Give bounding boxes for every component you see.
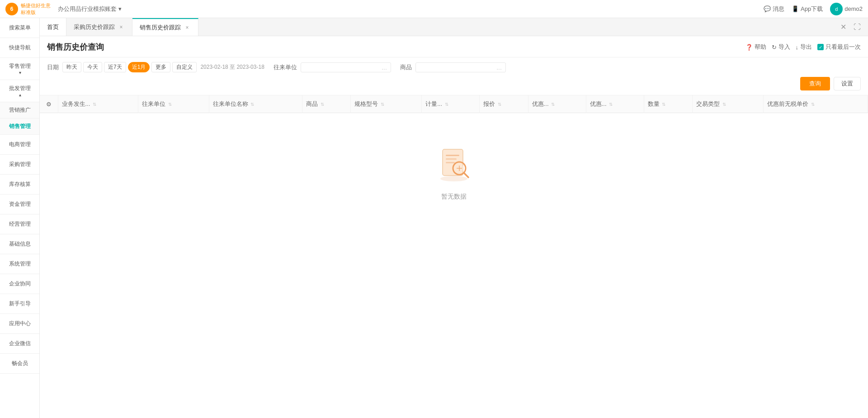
goods-dots-button[interactable]: ... <box>496 64 502 71</box>
date-btn-1month[interactable]: 近1月 <box>128 62 150 72</box>
sidebar-item-ecommerce[interactable]: 电商管理 <box>0 135 39 155</box>
svg-point-0 <box>440 176 467 181</box>
tab-close-sales[interactable]: × <box>184 24 191 31</box>
sidebar-item-wholesale[interactable]: 批发管理 ▴ <box>0 80 39 102</box>
sort-icon: ⇅ <box>321 102 324 107</box>
goods-input[interactable] <box>420 64 496 71</box>
partner-input[interactable] <box>305 64 382 71</box>
empty-icon <box>431 140 476 185</box>
col-goods[interactable]: 商品 ⇅ <box>302 95 350 113</box>
company-dropdown[interactable]: 办公用品行业模拟账套 ▾ <box>54 3 125 15</box>
sidebar-item-sales[interactable]: 销售管理 <box>0 119 39 135</box>
sidebar-item-purchase[interactable]: 采购管理 <box>0 155 39 175</box>
date-btn-custom[interactable]: 自定义 <box>172 62 197 72</box>
sort-icon: ⇅ <box>811 102 815 107</box>
tab-home[interactable]: 首页 <box>40 18 66 36</box>
sort-icon: ⇅ <box>722 102 726 107</box>
col-biz-date[interactable]: 业务发生... ⇅ <box>58 95 138 113</box>
svg-line-7 <box>464 173 468 177</box>
date-btn-yesterday[interactable]: 昨天 <box>62 62 81 72</box>
empty-text: 暂无数据 <box>441 193 467 201</box>
only-last-checkbox[interactable]: ✓ <box>817 44 824 50</box>
date-btn-more[interactable]: 更多 <box>151 62 170 72</box>
tab-sales-history[interactable]: 销售历史价跟踪 × <box>132 18 198 36</box>
export-icon: ↓ <box>796 44 799 51</box>
fullscreen-button[interactable]: ⛶ <box>852 22 863 32</box>
sidebar-item-membership[interactable]: 畅会员 <box>0 354 39 374</box>
chevron-up-icon: ▴ <box>19 92 21 97</box>
settings-button[interactable]: 设置 <box>834 77 861 90</box>
date-filter-group: 日期 昨天 今天 近7天 近1月 更多 自定义 2023-02-18 至 202… <box>47 62 264 72</box>
sidebar-item-inventory[interactable]: 库存核算 <box>0 175 39 195</box>
partner-filter-group: 往来单位 ... <box>274 62 391 72</box>
sidebar-item-system[interactable]: 系统管理 <box>0 254 39 274</box>
sidebar-item-operations[interactable]: 经营管理 <box>0 214 39 234</box>
query-button[interactable]: 查询 <box>800 77 830 90</box>
empty-state: 暂无数据 <box>40 113 868 228</box>
logo-text: 畅捷信好生意 标准版 <box>21 2 51 15</box>
col-trade-type[interactable]: 交易类型 ⇅ <box>693 95 764 113</box>
tab-bar: 首页 采购历史价跟踪 × 销售历史价跟踪 × ✕ ⛶ <box>40 18 868 36</box>
main-layout: 搜索菜单 快捷导航 零售管理 ▾ 批发管理 ▴ 营销推广 销售管理 电商管理 采… <box>0 18 868 418</box>
svg-rect-4 <box>446 162 455 163</box>
sidebar-item-apps[interactable]: 应用中心 <box>0 314 39 334</box>
partner-dots-button[interactable]: ... <box>382 64 387 71</box>
col-settings[interactable]: ⚙ <box>40 95 58 113</box>
col-discount2[interactable]: 优惠... ⇅ <box>586 95 644 113</box>
sort-icon: ⇅ <box>381 102 384 107</box>
filter-main-row: 日期 昨天 今天 近7天 近1月 更多 自定义 2023-02-18 至 202… <box>40 57 868 77</box>
page-header: 销售历史价查询 ❓ 帮助 ↻ 导入 ↓ 导出 ✓ <box>40 36 868 57</box>
sidebar-item-finance[interactable]: 资金管理 <box>0 195 39 214</box>
table-header-row: ⚙ 业务发生... ⇅ 往来单位 ⇅ 往来单位名称 ⇅ <box>40 95 868 113</box>
only-last-checkbox-wrapper[interactable]: ✓ 只看最后一次 <box>817 43 861 51</box>
sidebar-item-marketing[interactable]: 营销推广 <box>0 102 39 119</box>
import-button[interactable]: ↻ 导入 <box>772 43 790 51</box>
sort-icon: ⇅ <box>93 102 96 107</box>
header-right: 💬 消息 📱 App下载 d demo2 <box>764 3 863 15</box>
sidebar-item-search[interactable]: 搜索菜单 <box>0 18 39 38</box>
sort-icon: ⇅ <box>168 102 172 107</box>
help-button[interactable]: ❓ 帮助 <box>745 43 766 51</box>
message-button[interactable]: 💬 消息 <box>764 5 784 13</box>
col-partner-code[interactable]: 往来单位 ⇅ <box>138 95 209 113</box>
col-unit[interactable]: 计量... ⇅ <box>422 95 480 113</box>
col-pre-tax-price[interactable]: 优惠前无税单价 ⇅ <box>764 95 868 113</box>
sidebar-item-retail[interactable]: 零售管理 ▾ <box>0 58 39 80</box>
tab-close-purchase[interactable]: × <box>118 24 125 31</box>
content-area: 首页 采购历史价跟踪 × 销售历史价跟踪 × ✕ ⛶ 销售历史价查询 <box>40 18 868 418</box>
sidebar-item-newbie[interactable]: 新手引导 <box>0 294 39 314</box>
table-container: ⚙ 业务发生... ⇅ 往来单位 ⇅ 往来单位名称 ⇅ <box>40 95 868 418</box>
svg-rect-2 <box>446 155 459 156</box>
close-tab-button[interactable]: ✕ <box>839 22 848 32</box>
user-menu[interactable]: d demo2 <box>830 3 863 15</box>
col-price[interactable]: 报价 ⇅ <box>480 95 528 113</box>
app-download-button[interactable]: 📱 App下载 <box>792 5 823 13</box>
sort-icon: ⇅ <box>498 102 501 107</box>
col-qty[interactable]: 数量 ⇅ <box>644 95 692 113</box>
filter-section: 日期 昨天 今天 近7天 近1月 更多 自定义 2023-02-18 至 202… <box>40 57 868 95</box>
tab-purchase-history[interactable]: 采购历史价跟踪 × <box>66 18 132 36</box>
help-icon: ❓ <box>745 44 753 51</box>
sidebar-item-shortcuts[interactable]: 快捷导航 <box>0 38 39 58</box>
sidebar-item-wechat[interactable]: 企业微信 <box>0 334 39 354</box>
goods-filter-group: 商品 ... <box>400 62 506 72</box>
export-button[interactable]: ↓ 导出 <box>796 43 812 51</box>
sort-icon: ⇅ <box>609 102 613 107</box>
partner-label: 往来单位 <box>274 63 297 71</box>
partner-input-wrapper: ... <box>301 62 391 72</box>
date-btn-today[interactable]: 今天 <box>83 62 102 72</box>
goods-label: 商品 <box>400 63 412 71</box>
date-range-text: 2023-02-18 至 2023-03-18 <box>200 63 264 71</box>
date-btn-7days[interactable]: 近7天 <box>104 62 126 72</box>
sidebar-item-enterprise[interactable]: 企业协同 <box>0 274 39 294</box>
col-discount1[interactable]: 优惠... ⇅ <box>528 95 586 113</box>
sort-icon: ⇅ <box>551 102 555 107</box>
col-partner-name[interactable]: 往来单位名称 ⇅ <box>209 95 302 113</box>
page-header-actions: ❓ 帮助 ↻ 导入 ↓ 导出 ✓ 只看最后一次 <box>745 43 861 51</box>
col-spec[interactable]: 规格型号 ⇅ <box>351 95 422 113</box>
chevron-down-icon: ▾ <box>19 70 21 75</box>
sort-icon: ⇅ <box>445 102 448 107</box>
data-table: ⚙ 业务发生... ⇅ 往来单位 ⇅ 往来单位名称 ⇅ <box>40 95 868 113</box>
sidebar-item-basic[interactable]: 基础信息 <box>0 234 39 254</box>
date-label: 日期 <box>47 63 59 71</box>
